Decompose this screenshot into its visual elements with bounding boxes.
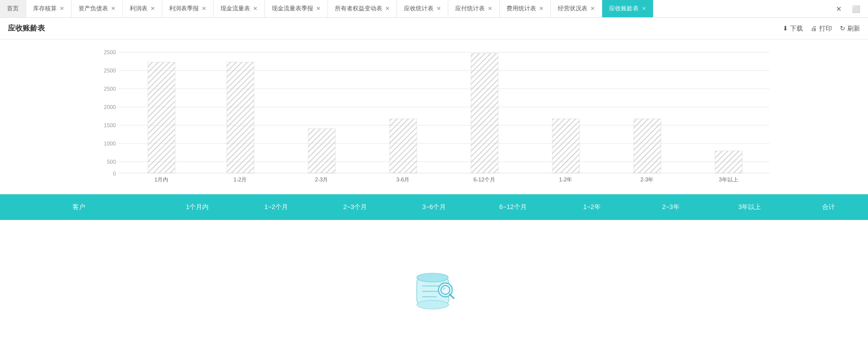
empty-state bbox=[407, 263, 461, 312]
tab-close-ar-stat[interactable]: ✕ bbox=[436, 5, 441, 12]
svg-text:1-2月: 1-2月 bbox=[234, 177, 247, 182]
tab-bar: 首页库存核算✕资产负债表✕利润表✕利润表季报✕现金流量表✕现金流量表季报✕所有者… bbox=[0, 0, 868, 18]
svg-text:1000: 1000 bbox=[104, 141, 116, 146]
tab-close-expense-stat[interactable]: ✕ bbox=[539, 5, 543, 12]
tab-label: 费用统计表 bbox=[506, 4, 536, 13]
bar-chart: 2500 2500 2500 2000 1500 1000 500 0 bbox=[12, 47, 856, 190]
svg-text:2-3月: 2-3月 bbox=[315, 177, 328, 182]
table-header-cell: 1~2个月 bbox=[237, 203, 316, 212]
table-header-cell: 6~12个月 bbox=[473, 203, 552, 212]
print-button[interactable]: 🖨 打印 bbox=[811, 24, 832, 33]
page-header: 应收账龄表 ⬇ 下载 🖨 打印 ↻ 刷新 bbox=[0, 18, 868, 39]
table-header-cell: 合计 bbox=[789, 203, 868, 212]
tab-close-income[interactable]: ✕ bbox=[150, 5, 155, 12]
chart-area: 2500 2500 2500 2000 1500 1000 500 0 bbox=[0, 39, 868, 194]
refresh-label: 刷新 bbox=[847, 24, 860, 33]
tab-close-inventory[interactable]: ✕ bbox=[60, 5, 64, 12]
tab-label: 现金流量表 bbox=[220, 4, 250, 13]
tab-equity[interactable]: 所有者权益变动表✕ bbox=[328, 0, 397, 17]
table-header-cell: 3年以上 bbox=[710, 203, 789, 212]
svg-rect-31 bbox=[715, 151, 742, 173]
table-header-cell: 1个月内 bbox=[158, 203, 237, 212]
tab-label: 利润表 bbox=[130, 4, 147, 13]
svg-text:2500: 2500 bbox=[104, 68, 116, 73]
tab-inventory[interactable]: 库存核算✕ bbox=[26, 0, 72, 17]
tab-balance-sheet[interactable]: 资产负债表✕ bbox=[72, 0, 123, 17]
tab-label: 应付统计表 bbox=[455, 4, 485, 13]
empty-icon bbox=[407, 263, 461, 312]
svg-rect-19 bbox=[227, 62, 254, 173]
svg-text:1月内: 1月内 bbox=[154, 177, 168, 182]
tab-label: 利润表季报 bbox=[169, 4, 199, 13]
table-header: 客户1个月内1~2个月2~3个月3~6个月6~12个月1~2年2~3年3年以上合… bbox=[0, 194, 868, 220]
table-header-cell: 2~3个月 bbox=[316, 203, 395, 212]
svg-point-43 bbox=[443, 287, 445, 290]
svg-text:1-2年: 1-2年 bbox=[559, 177, 573, 182]
svg-text:2500: 2500 bbox=[104, 86, 116, 92]
svg-text:500: 500 bbox=[107, 159, 116, 165]
svg-text:6-12个月: 6-12个月 bbox=[473, 177, 495, 182]
tab-label: 应收账龄表 bbox=[609, 4, 639, 13]
svg-text:0: 0 bbox=[113, 171, 116, 177]
header-actions: ⬇ 下载 🖨 打印 ↻ 刷新 bbox=[783, 24, 860, 33]
tab-income-quarterly[interactable]: 利润表季报✕ bbox=[162, 0, 214, 17]
tab-ap-stat[interactable]: 应付统计表✕ bbox=[448, 0, 500, 17]
tab-close-operation[interactable]: ✕ bbox=[590, 5, 595, 12]
tab-ar-stat[interactable]: 应收统计表✕ bbox=[397, 0, 448, 17]
svg-rect-27 bbox=[552, 119, 579, 173]
tab-close-cashflow[interactable]: ✕ bbox=[253, 5, 257, 12]
tab-close-balance-sheet[interactable]: ✕ bbox=[111, 5, 115, 12]
download-icon: ⬇ bbox=[783, 25, 788, 32]
tab-close-income-quarterly[interactable]: ✕ bbox=[202, 5, 206, 12]
tab-label: 应收统计表 bbox=[404, 4, 434, 13]
tab-close-ap-stat[interactable]: ✕ bbox=[488, 5, 492, 12]
print-icon: 🖨 bbox=[811, 25, 817, 32]
page-title: 应收账龄表 bbox=[8, 24, 45, 33]
table-header-cell: 1~2年 bbox=[552, 203, 631, 212]
chart-container: 2500 2500 2500 2000 1500 1000 500 0 bbox=[12, 47, 856, 190]
table-body bbox=[0, 220, 868, 355]
svg-line-42 bbox=[450, 294, 454, 298]
refresh-button[interactable]: ↻ 刷新 bbox=[840, 24, 860, 33]
svg-text:3年以上: 3年以上 bbox=[719, 177, 738, 182]
svg-point-35 bbox=[417, 273, 448, 282]
tab-label: 经营状况表 bbox=[558, 4, 587, 13]
tab-label: 资产负债表 bbox=[78, 4, 108, 13]
print-label: 打印 bbox=[819, 24, 832, 33]
tab-label: 库存核算 bbox=[33, 4, 57, 13]
table-header-cell: 2~3年 bbox=[631, 203, 710, 212]
svg-rect-23 bbox=[390, 119, 417, 173]
tab-expense-stat[interactable]: 费用统计表✕ bbox=[500, 0, 551, 17]
tab-close-ar-aging[interactable]: ✕ bbox=[642, 5, 646, 12]
table-header-cell: 3~6个月 bbox=[395, 203, 473, 212]
svg-rect-21 bbox=[308, 129, 335, 173]
tab-label: 首页 bbox=[7, 4, 19, 13]
tab-ar-aging[interactable]: 应收账龄表✕ bbox=[602, 0, 653, 17]
table-header-cell: 客户 bbox=[0, 203, 158, 212]
svg-text:2000: 2000 bbox=[104, 104, 116, 110]
svg-rect-17 bbox=[148, 62, 175, 173]
svg-rect-29 bbox=[634, 119, 661, 173]
svg-rect-25 bbox=[471, 53, 498, 173]
download-button[interactable]: ⬇ 下载 bbox=[783, 24, 803, 33]
tab-close-cashflow-quarterly[interactable]: ✕ bbox=[316, 5, 321, 12]
tab-operation[interactable]: 经营状况表✕ bbox=[551, 0, 602, 17]
window-controls: ✕ ⬜ bbox=[832, 3, 868, 15]
svg-point-36 bbox=[417, 300, 448, 309]
tab-home[interactable]: 首页 bbox=[0, 0, 26, 17]
svg-text:2-3年: 2-3年 bbox=[641, 177, 654, 182]
tab-label: 现金流量表季报 bbox=[272, 4, 313, 13]
tab-close-equity[interactable]: ✕ bbox=[385, 5, 390, 12]
tab-label: 所有者权益变动表 bbox=[335, 4, 382, 13]
tab-income[interactable]: 利润表✕ bbox=[123, 0, 162, 17]
tab-cashflow[interactable]: 现金流量表✕ bbox=[214, 0, 265, 17]
tab-cashflow-quarterly[interactable]: 现金流量表季报✕ bbox=[265, 0, 328, 17]
main-content: 2500 2500 2500 2000 1500 1000 500 0 bbox=[0, 39, 868, 355]
svg-text:3-6月: 3-6月 bbox=[397, 177, 410, 182]
svg-text:1500: 1500 bbox=[104, 122, 116, 128]
maximize-window-button[interactable]: ⬜ bbox=[848, 3, 864, 15]
refresh-icon: ↻ bbox=[840, 25, 845, 32]
download-label: 下载 bbox=[790, 24, 803, 33]
close-window-button[interactable]: ✕ bbox=[832, 3, 846, 15]
svg-text:2500: 2500 bbox=[104, 49, 116, 55]
